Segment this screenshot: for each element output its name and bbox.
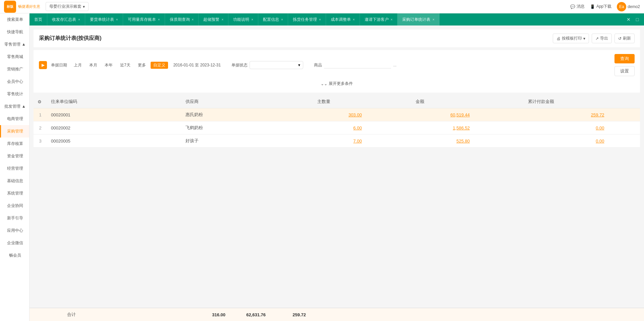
sidebar-item-marketing[interactable]: 营销推广 xyxy=(0,63,29,75)
top-bar: 标版 畅捷通好生意 母婴行业演示账套 ▾ 💬 消息 📱 App下载 Ea dem… xyxy=(0,0,644,13)
row-code-2: 00020002 xyxy=(47,121,181,135)
tab-config[interactable]: 配置信息 × xyxy=(258,13,288,25)
tab-close-4[interactable]: × xyxy=(192,18,194,21)
filter-toggle-btn[interactable]: ▶ xyxy=(39,61,47,69)
logo-icon: 标版 xyxy=(4,1,16,13)
table-container: ⚙ 往来单位编码 供应商 主数量 金额 累计付款金额 1 xyxy=(34,95,640,148)
row-num-1: 1 xyxy=(34,108,47,121)
export-btn[interactable]: ↗ 导出 xyxy=(592,34,612,43)
logo-text: 畅捷通好生意 xyxy=(18,4,40,9)
tab-close-2[interactable]: × xyxy=(116,18,118,21)
tab-close-9[interactable]: × xyxy=(353,18,355,21)
header-actions: 🖨 按模板打印 ▾ ↗ 导出 ↺ 刷新 xyxy=(553,34,635,43)
sidebar-item-retail-shop[interactable]: 零售商城 xyxy=(0,51,29,63)
th-qty: 主数量 xyxy=(282,95,366,108)
date-this-year[interactable]: 本年 xyxy=(102,62,115,69)
tab-close-8[interactable]: × xyxy=(319,18,321,21)
sidebar-item-ecommerce[interactable]: 电商管理 xyxy=(0,113,29,125)
user-menu[interactable]: Ea demo2 xyxy=(617,2,640,11)
refresh-icon: ↺ xyxy=(618,36,622,41)
tab-close-1[interactable]: × xyxy=(78,18,80,21)
tab-overstock[interactable]: 超储预警 × xyxy=(199,13,228,25)
data-table: ⚙ 往来单位编码 供应商 主数量 金额 累计付款金额 1 xyxy=(34,95,640,148)
date-this-month[interactable]: 本月 xyxy=(87,62,100,69)
sidebar-item-guide[interactable]: 新手引导 xyxy=(0,212,29,224)
row-paid-2: 0.00 xyxy=(474,121,608,135)
table-row: 1 00020001 惠氏奶粉 303.00 60,519.44 259.72 xyxy=(34,108,640,121)
date-more[interactable]: 更多 xyxy=(135,62,149,69)
sidebar-item-operations[interactable]: 经营管理 xyxy=(0,162,29,175)
date-7days[interactable]: 近7天 xyxy=(117,62,133,69)
messages-btn[interactable]: 💬 消息 xyxy=(570,4,585,9)
tab-bar-nav: 首页 收发存汇总表 × 要货单统计表 × 可用量库存账本 × 保质期查询 × 超… xyxy=(30,13,644,25)
sidebar-item-weixin[interactable]: 企业微信 xyxy=(0,237,29,249)
sidebar-item-search[interactable]: 搜索菜单 xyxy=(0,13,29,26)
tab-feature-desc[interactable]: 功能说明 × xyxy=(228,13,258,25)
sidebar-item-app-center[interactable]: 应用中心 xyxy=(0,224,29,237)
tab-pick-task[interactable]: 拣货任务管理 × xyxy=(288,13,326,25)
tab-close-11[interactable]: × xyxy=(432,18,434,21)
sidebar-item-retail-stats[interactable]: 零售统计 xyxy=(0,88,29,100)
sidebar-item-member2[interactable]: 畅会员 xyxy=(0,249,29,262)
chevron-down-icon: ▾ xyxy=(83,4,85,9)
tab-cost-adjust[interactable]: 成本调整单 × xyxy=(326,13,360,25)
filter-row-main: ▶ 单据日期 上月 本月 本年 近7天 更多 自定义 2016-01-01 至 … xyxy=(39,54,635,76)
sidebar-item-retail-mgmt[interactable]: 零售管理 ▲ xyxy=(0,38,29,51)
row-paid-3: 0.00 xyxy=(474,135,608,148)
maximize-btn[interactable]: □ xyxy=(633,15,641,23)
row-code-1: 00020001 xyxy=(47,108,181,121)
th-amount: 金额 xyxy=(366,95,474,108)
tab-order-summary[interactable]: 要货单统计表 × xyxy=(85,13,123,25)
tab-invite-client[interactable]: 邀请下游客户 × xyxy=(360,13,398,25)
chevron-down-icon2: ▾ xyxy=(583,36,585,41)
tab-close-3[interactable]: × xyxy=(158,18,160,21)
row-code-3: 00020005 xyxy=(47,135,181,148)
template-print-btn[interactable]: 🖨 按模板打印 ▾ xyxy=(553,34,589,43)
sidebar-item-inventory[interactable]: 库存核算 xyxy=(0,138,29,150)
goods-input[interactable] xyxy=(324,62,391,68)
date-custom-btn[interactable]: 自定义 xyxy=(151,62,168,69)
tab-home[interactable]: 首页 xyxy=(30,13,47,25)
close-all-btn[interactable]: ✕ xyxy=(625,15,633,23)
app-download-btn[interactable]: 📱 App下载 xyxy=(590,4,611,9)
sidebar-item-wholesale[interactable]: 批发管理 ▲ xyxy=(0,100,29,113)
sidebar-item-basic-info[interactable]: 基础信息 xyxy=(0,175,29,187)
row-extra-1 xyxy=(608,108,640,121)
tab-shelf-life[interactable]: 保质期查询 × xyxy=(165,13,199,25)
date-last-month[interactable]: 上月 xyxy=(71,62,85,69)
query-btn[interactable]: 查询 xyxy=(614,54,635,63)
footer-qty: 316.00 xyxy=(196,312,229,317)
tab-nav-right: ✕ □ xyxy=(622,15,644,23)
goods-more-btn[interactable]: ... xyxy=(393,63,396,67)
footer-amount: 62,631.76 xyxy=(229,312,270,317)
tab-available-inventory[interactable]: 可用量库存账本 × xyxy=(123,13,165,25)
sidebar-item-system[interactable]: 系统管理 xyxy=(0,187,29,200)
tab-close-10[interactable]: × xyxy=(391,18,393,21)
printer-icon: 🖨 xyxy=(556,36,560,41)
sidebar-item-finance[interactable]: 资金管理 xyxy=(0,150,29,162)
refresh-btn[interactable]: ↺ 刷新 xyxy=(614,34,635,43)
row-qty-1: 303.00 xyxy=(282,108,366,121)
gear-icon[interactable]: ⚙ xyxy=(38,99,42,104)
sidebar-item-quicknav[interactable]: 快捷导航 xyxy=(0,26,29,38)
th-code: 往来单位编码 xyxy=(47,95,181,108)
tab-purchase-order-stats[interactable]: 采购订单统计表 × xyxy=(397,13,439,25)
avatar: Ea xyxy=(617,2,626,11)
industry-selector[interactable]: 母婴行业演示账套 ▾ xyxy=(46,2,89,11)
sidebar-item-member[interactable]: 会员中心 xyxy=(0,75,29,88)
sidebar-item-enterprise[interactable]: 企业协同 xyxy=(0,200,29,212)
tab-receive-summary[interactable]: 收发存汇总表 × xyxy=(47,13,85,25)
tab-close-7[interactable]: × xyxy=(281,18,283,21)
row-supplier-3: 好孩子 xyxy=(181,135,282,148)
sidebar-item-purchase[interactable]: 采购管理 xyxy=(0,125,29,138)
tab-close-5[interactable]: × xyxy=(221,18,223,21)
status-select[interactable]: ▾ xyxy=(250,61,303,69)
table-header-row: ⚙ 往来单位编码 供应商 主数量 金额 累计付款金额 xyxy=(34,95,640,108)
table-row: 3 00020005 好孩子 7.00 525.80 0.00 xyxy=(34,135,640,148)
tab-close-6[interactable]: × xyxy=(251,18,253,21)
expand-more-btn[interactable]: ⌄⌄ 展开更多条件 xyxy=(319,79,355,89)
row-num-2: 2 xyxy=(34,121,47,135)
row-supplier-1: 惠氏奶粉 xyxy=(181,108,282,121)
settings-btn[interactable]: 设置 xyxy=(614,66,635,76)
page-header: 采购订单统计表(按供应商) 🖨 按模板打印 ▾ ↗ 导出 ↺ 刷新 xyxy=(34,30,640,47)
